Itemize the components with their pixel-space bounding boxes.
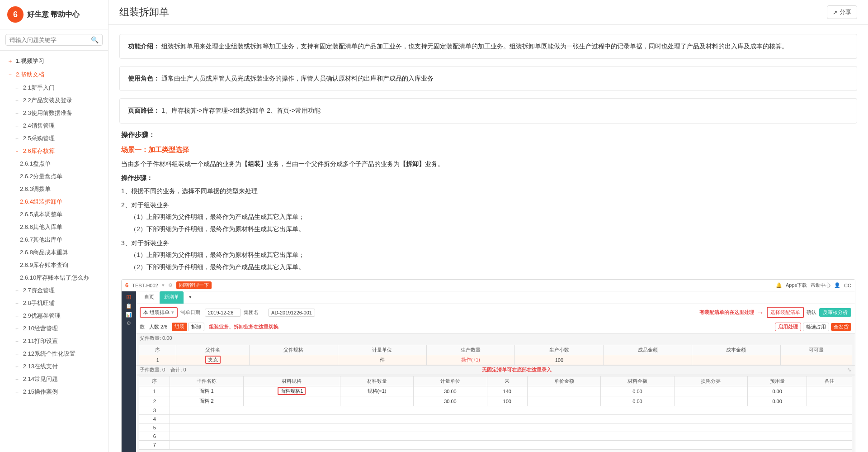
ss-th-prod-qty: 生产数量 (426, 345, 515, 355)
ss-type-disassemble: 拆卸 (188, 323, 204, 331)
logo-area: 6 好生意 帮助中心 (0, 0, 108, 29)
sub-plus-icon: ＋ (14, 98, 19, 103)
ss-th-l-mat-spec: 材料规格 (243, 376, 340, 386)
sidebar-item-cases[interactable]: ＋ 2.15操作案例 (0, 385, 108, 398)
ss-th-cost-amount: 成本金额 (692, 345, 781, 355)
minus-icon: － (7, 71, 13, 79)
ss-user-name: CC (844, 283, 851, 288)
sidebar-item-sales[interactable]: ＋ 2.4销售管理 (0, 119, 108, 132)
logo-icon: 6 (7, 6, 24, 23)
ss-home-icon: ⊞ (126, 293, 132, 300)
sub-plus-icon5: ＋ (14, 326, 19, 331)
plus-icon: ＋ (7, 57, 13, 65)
ss-td-cost-amount (692, 355, 781, 365)
ss-table-footer: 合计 0.00 0.00 0.00 0.00 0.00 (139, 449, 852, 452)
ss-date-field: 制单日期 2019-12-26 (180, 309, 241, 317)
ss-asm-field: 集团名 AD-20191226-001 (244, 309, 315, 317)
ss-annotation2: 启用处理 (775, 323, 801, 331)
ss-logo: 6 (125, 282, 128, 289)
sidebar-item-finance[interactable]: ＋ 2.7资金管理 (0, 284, 108, 297)
ss-lower-table: 序 子件名称 材料规格 材料数量 计量单位 来 单价金额 材料金额 (139, 376, 852, 449)
scene1-desc: 当由多个子件材料组装成一个成品的业务为【组装】业务，当由一个父件拆分成多个子产品… (121, 158, 855, 170)
step3-1: （1）上部明细为父件明细，最终作为原材料生成其它出库单； (121, 249, 855, 261)
screenshot-container: 6 TEST-H002 ▾ ⚙ 同期管理一下 🔔 Apps下载 帮助中心 👤 C… (121, 279, 855, 452)
search-input[interactable] (9, 37, 91, 43)
ss-nav-icon3: ⚙ (127, 320, 131, 326)
ss-sub-form-row: 数 人数 2/6 组装 拆卸 组装业务、拆卸业务在这里 (136, 321, 855, 333)
scene1-label: 场景一：加工类型选择 (121, 146, 855, 154)
sidebar-item-purchase[interactable]: ＋ 2.5采购管理 (0, 132, 108, 145)
ss-user-icon: 👤 (834, 282, 840, 288)
intro-label: 功能介绍： (128, 43, 160, 50)
ss-form-row: 本 组装排单 ▾ 制单日期 2019-12-26 集团名 AD-20191226… (136, 304, 855, 321)
share-button[interactable]: ➚ 分享 (827, 5, 857, 19)
ss-bell-icon: 🔔 (776, 282, 782, 288)
ss-th-l-mat-name: 子件名称 (170, 376, 243, 386)
ss-td-unit: 件 (338, 355, 426, 365)
ss-action3-btn: 全发货 (831, 323, 851, 331)
ss-td-seq: 1 (139, 355, 176, 365)
sidebar-item-print[interactable]: ＋ 2.11打印设置 (0, 335, 108, 347)
table-row: 7 (139, 441, 852, 449)
ss-th-avail: 可可量 (780, 345, 852, 355)
ss-td-parent-spec (249, 355, 338, 365)
sidebar-item-cost-recalc[interactable]: 2.6.8商品成本重算 (0, 246, 108, 259)
ss-type-field: 本 组装排单 ▾ (140, 307, 178, 318)
sidebar-item-other-in[interactable]: 2.6.6其他入库单 (0, 221, 108, 233)
sidebar-item-dataprep[interactable]: ＋ 2.3使用前数据准备 (0, 107, 108, 119)
ss-tab-arrow: ▾ (184, 292, 196, 303)
sidebar-item-settings[interactable]: ＋ 2.12系统个性化设置 (0, 347, 108, 360)
search-icon[interactable]: 🔍 (91, 36, 99, 43)
sidebar-item-transfer[interactable]: 2.6.3调拨单 (0, 183, 108, 195)
step2: 2、对于组装业务 (121, 199, 855, 211)
ss-annotation2-area: 启用处理 筛选占用 全发货 (775, 323, 851, 331)
sidebar-item-operations[interactable]: ＋ 2.10经营管理 (0, 322, 108, 335)
sidebar-item-costadjust[interactable]: 2.6.5成本调整单 (0, 208, 108, 221)
ss-lower-section: 序 子件名称 材料规格 材料数量 计量单位 来 单价金额 材料金额 (136, 376, 855, 452)
sidebar-item-newbie[interactable]: ＋ 2.1新手入门 (0, 81, 108, 94)
ss-content: 自页 新增单 ▾ 本 组装排单 ▾ (136, 291, 855, 452)
ss-help-icon: 帮助中心 (811, 282, 830, 289)
sidebar-item-docs[interactable]: － 2.帮助文档 (0, 68, 108, 81)
sidebar-item-other-out[interactable]: 2.6.7其他出库单 (0, 233, 108, 246)
step1: 1、根据不同的业务，选择不同单据的类型来处理 (121, 185, 855, 197)
sidebar-item-stock-error[interactable]: 2.6.10库存账本错了怎么办 (0, 271, 108, 284)
sub-plus-icon2: ＋ (14, 288, 19, 293)
sub-minus-icon: － (14, 148, 19, 154)
ss-td-avail (780, 355, 852, 365)
sidebar-item-stockcount[interactable]: 2.6.1盘点单 (0, 157, 108, 170)
ss-th-l-seq: 序 (139, 376, 170, 386)
ss-left-nav: ⊞ 📋 📊 ⚙ (122, 291, 136, 452)
ss-td-l-remark (807, 386, 852, 396)
ss-th-seq: 序 (139, 345, 176, 355)
sidebar-item-faq[interactable]: ＋ 2.14常见问题 (0, 373, 108, 385)
ss-tab-new: 新增单 (160, 291, 184, 304)
sub-plus-icon6: ＋ (14, 338, 19, 344)
ss-th-l-mat-amount: 材料金额 (601, 376, 674, 386)
ss-td-l-preset: 0.00 (748, 386, 807, 396)
ss-parent-name-val: 夹克 (205, 356, 221, 364)
step2-2: （2）下部明细为子件明细，最终作为原材料生成其它出库单。 (121, 223, 855, 235)
path-label: 页面路径： (128, 107, 160, 114)
ss-date-val: 2019-12-26 (205, 309, 241, 317)
ss-th-unit: 计量单位 (338, 345, 426, 355)
search-area: 🔍 (0, 29, 108, 51)
path-text: 1、库存核算->库存管理->组装拆卸单 2、首页->常用功能 (161, 107, 321, 114)
ss-topbar-left: 6 TEST-H002 ▾ ⚙ 同期管理一下 (125, 281, 212, 289)
ss-td-l-mat-spec: 面料规格1 (243, 386, 340, 396)
ss-upper-section: 父件数量: 0.00 序 父件名 父件规格 计量单位 (136, 333, 855, 365)
sub-plus-icon: ＋ (14, 123, 19, 128)
sidebar-item-online-pay[interactable]: ＋ 2.13在线支付 (0, 360, 108, 373)
sidebar-item-stock-query[interactable]: 2.6.9库存账本查询 (0, 259, 108, 271)
sidebar-item-install[interactable]: ＋ 2.2产品安装及登录 (0, 94, 108, 107)
ss-type-assemble: 组装 (172, 323, 187, 331)
ss-td-l-mat-qty: 规格(×1) (340, 386, 413, 396)
table-row: 1 夹克 件 操作(+1) 100 (139, 355, 852, 365)
sidebar-item-partialcount[interactable]: 2.6.2分量盘点单 (0, 170, 108, 183)
sidebar-item-mobile[interactable]: ＋ 2.8手机旺辅 (0, 297, 108, 309)
search-box[interactable]: 🔍 (5, 34, 103, 46)
sidebar-item-inventory[interactable]: － 2.6库存核算 (0, 145, 108, 157)
sidebar-item-videos[interactable]: ＋ 1.视频学习 (0, 54, 108, 68)
sidebar-item-assembly[interactable]: 2.6.4组装拆卸单 (0, 195, 108, 208)
sidebar-item-coupons[interactable]: ＋ 2.9优惠券管理 (0, 309, 108, 322)
